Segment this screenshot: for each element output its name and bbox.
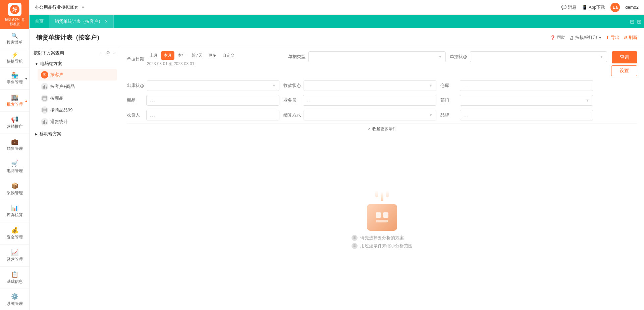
- query-button[interactable]: 查询: [612, 51, 637, 63]
- svg-rect-2: [43, 86, 44, 89]
- chevron-down-icon: ▼: [272, 84, 276, 88]
- warehouse-label: 仓库: [440, 83, 457, 89]
- doc-type-select[interactable]: ▼: [308, 51, 445, 62]
- export-icon: ⬆: [606, 35, 609, 40]
- sidebar-item-basic-info[interactable]: 📋 基础信息: [0, 267, 29, 289]
- page-title-bar: 销货单统计表（按客户） ❓ 帮助 🖨 按模板打印 ▼ ⬆ 导出: [30, 28, 644, 46]
- doc-status-label: 单据状态: [450, 54, 467, 60]
- customer-scheme-icon: 客: [41, 71, 48, 79]
- empty-tip-2: ② 用过滤条件来缩小分析范围: [352, 243, 413, 249]
- tree-desktop-parent[interactable]: ▼ 电脑端方案: [32, 59, 117, 69]
- refresh-button[interactable]: ↺ 刷新: [624, 35, 637, 41]
- tab-close-icon[interactable]: ✕: [105, 19, 108, 24]
- tree-mobile-parent[interactable]: ▶ 移动端方案: [32, 129, 117, 139]
- collapse-filters-button[interactable]: ∧ 收起更多条件: [127, 123, 637, 135]
- sidebar-item-inventory[interactable]: 📊 库存核算: [0, 200, 29, 222]
- date-last-month-btn[interactable]: 上月: [147, 51, 160, 60]
- settings-button[interactable]: 设置: [611, 65, 637, 76]
- date-more-btn[interactable]: 更多: [206, 51, 219, 60]
- username-label[interactable]: demo2: [625, 5, 639, 10]
- svg-text:好: 好: [12, 7, 17, 12]
- settings-scheme-icon[interactable]: ⚙: [106, 50, 110, 56]
- receiver-dots: ...: [150, 113, 156, 118]
- sidebar-item-operations[interactable]: 📈 经营管理: [0, 245, 29, 267]
- svg-rect-13: [43, 121, 44, 124]
- avatar: Ea: [610, 3, 620, 12]
- sidebar-logo: 好 畅捷通好生意 标准版: [0, 0, 29, 29]
- settle-label: 结算方式: [283, 112, 301, 118]
- logo-icon: 好: [8, 3, 21, 16]
- sidebar-item-finance[interactable]: 💰 资金管理: [0, 222, 29, 245]
- tree-item-by-customer-product[interactable]: 按客户+商品: [38, 81, 117, 92]
- table2-scheme-icon: [41, 106, 48, 114]
- collect-status-select[interactable]: ▼: [304, 80, 436, 91]
- page-area: 销货单统计表（按客户） ❓ 帮助 🖨 按模板打印 ▼ ⬆ 导出: [30, 28, 644, 310]
- tab-sales-stats[interactable]: 销货单统计表（按客户） ✕: [49, 15, 114, 28]
- filter-brand-item: 品牌 ...: [440, 110, 593, 120]
- sidebar-item-sys-mgmt[interactable]: ⚙️ 系统管理: [0, 289, 29, 310]
- staff-dots: ...: [307, 98, 312, 103]
- sidebar-item-ecommerce[interactable]: 🛒 电商管理: [0, 156, 29, 178]
- empty-state: ① 请先选择要分析的方案 ② 用过滤条件来缩小分析范围: [127, 135, 637, 305]
- tree-item-by-product99[interactable]: 按商品品99: [38, 104, 117, 116]
- dept-label: 部门: [440, 97, 457, 103]
- bar-chart-scheme-icon: [41, 118, 48, 125]
- brand-label: 品牌: [440, 112, 457, 118]
- top-header: 办公用品行业模拟账套 ▼ 💬 消息 📱 App下载 Ea demo2: [30, 0, 644, 15]
- tree-item-by-customer[interactable]: 客 按客户: [38, 69, 117, 81]
- ship-status-label: 出库状态: [127, 83, 144, 89]
- tree-desktop-children: 客 按客户 按客户+商品: [32, 69, 117, 127]
- sidebar-item-quick-nav[interactable]: ⚡ 快捷导航: [0, 49, 29, 67]
- receiver-label: 收货人: [127, 112, 144, 118]
- sidebar-item-retail-mgmt[interactable]: 🏪 零售管理 ▼: [0, 67, 29, 90]
- date-this-year-btn[interactable]: 本年: [175, 51, 189, 60]
- scheme-tree: ▼ 电脑端方案 客 按客户: [30, 59, 120, 139]
- add-scheme-icon[interactable]: ＋: [99, 50, 103, 56]
- settle-select[interactable]: ▼: [304, 110, 436, 120]
- filter-doc-type-item: 单据类型 ▼: [288, 51, 445, 62]
- message-icon: 💬: [561, 5, 567, 10]
- help-button[interactable]: ❓ 帮助: [550, 35, 566, 41]
- sidebar-item-search-menu[interactable]: 🔍 搜索菜单: [0, 29, 29, 49]
- ship-status-select[interactable]: ▼: [147, 80, 279, 91]
- doc-status-select[interactable]: ▼: [470, 51, 607, 62]
- dept-select[interactable]: ▼: [460, 95, 593, 106]
- page-inner: 销货单统计表（按客户） ❓ 帮助 🖨 按模板打印 ▼ ⬆ 导出: [30, 28, 644, 310]
- tree-item-by-product[interactable]: 按商品: [38, 93, 117, 104]
- chevron-down-icon: ▼: [81, 5, 85, 9]
- messages-button[interactable]: 💬 消息: [561, 4, 577, 10]
- tab-expand-icon[interactable]: ⊞: [637, 18, 641, 25]
- date-last7-btn[interactable]: 近7天: [189, 51, 205, 60]
- chevron-down-icon: ▼: [586, 98, 589, 102]
- date-custom-btn[interactable]: 自定义: [220, 51, 237, 60]
- filter-receiver-item: 收货人 ...: [127, 110, 279, 120]
- sidebar-item-purchase[interactable]: 📦 采购管理: [0, 178, 29, 200]
- action-buttons-col: 查询 设置: [611, 51, 637, 76]
- content-layout: 按以下方案查询 ＋ ⚙ « ▼ 电脑端方案: [30, 46, 644, 310]
- collapse-panel-icon[interactable]: «: [113, 50, 116, 56]
- staff-input[interactable]: ...: [303, 95, 436, 106]
- main-content: 办公用品行业模拟账套 ▼ 💬 消息 📱 App下载 Ea demo2 首页 销货…: [30, 0, 644, 310]
- export-button[interactable]: ⬆ 导出: [606, 35, 620, 41]
- date-this-month-btn[interactable]: 本月: [161, 51, 174, 60]
- tab-home[interactable]: 首页: [30, 15, 49, 28]
- product-input[interactable]: ...: [146, 95, 279, 106]
- help-icon: ❓: [550, 35, 555, 40]
- sidebar-item-sales-mgmt[interactable]: 💼 销售管理: [0, 134, 29, 156]
- print-button[interactable]: 🖨 按模板打印 ▼: [570, 35, 602, 41]
- app-download-button[interactable]: 📱 App下载: [582, 4, 605, 10]
- logo-text: 畅捷通好生意: [3, 17, 26, 22]
- chevron-down-icon: ▼: [429, 84, 433, 88]
- tree-item-refund-stats[interactable]: 退货统计: [38, 116, 117, 127]
- product-dots: ...: [150, 98, 156, 103]
- receiver-input[interactable]: ...: [146, 110, 279, 120]
- sidebar-item-wholesale-mgmt[interactable]: 🏬 批发管理 ▲: [0, 90, 29, 112]
- filter-warehouse-item: 仓库 ...: [440, 80, 593, 91]
- chevron-down-icon: ▼: [429, 113, 433, 117]
- sidebar-item-marketing[interactable]: 📢 营销推广: [0, 112, 29, 134]
- tab-minimize-icon[interactable]: ⊟: [630, 18, 634, 25]
- chevron-right-icon: ▶: [35, 132, 38, 136]
- warehouse-input[interactable]: ...: [460, 80, 593, 91]
- date-range-text: 2023-03-01 至 2023-03-31: [147, 61, 284, 67]
- brand-input[interactable]: ...: [460, 110, 593, 120]
